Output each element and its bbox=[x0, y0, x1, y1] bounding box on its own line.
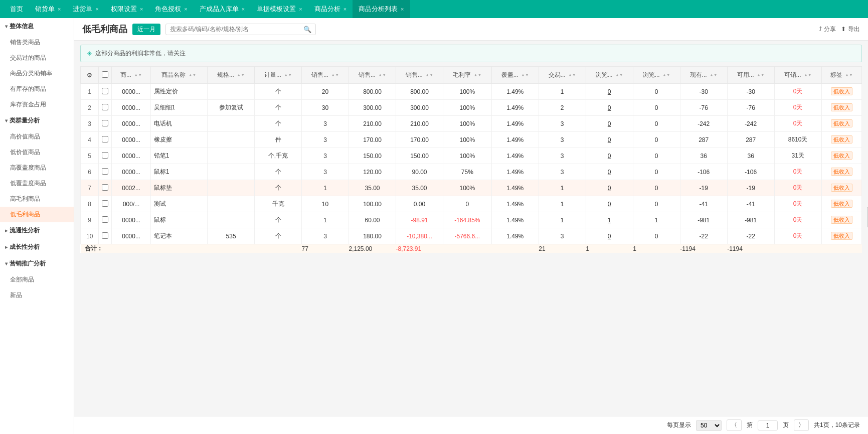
row-select-checkbox[interactable] bbox=[102, 104, 108, 110]
row-checkbox[interactable] bbox=[99, 212, 112, 228]
search-input[interactable] bbox=[170, 26, 303, 33]
sidebar-section-overall[interactable]: ▾ 整体信息 bbox=[0, 18, 74, 35]
sidebar-item-low-coverage[interactable]: 低覆盖度商品 bbox=[0, 176, 74, 191]
row-browse1[interactable]: 0 bbox=[586, 116, 633, 132]
row-select-checkbox[interactable] bbox=[102, 152, 108, 159]
row-select-checkbox[interactable] bbox=[102, 184, 108, 191]
select-all-checkbox[interactable] bbox=[102, 71, 108, 78]
row-select-checkbox[interactable] bbox=[102, 88, 108, 94]
nav-permission-close[interactable]: × bbox=[140, 6, 143, 12]
next-page-button[interactable]: 〉 bbox=[794, 419, 809, 431]
row-checkbox[interactable] bbox=[99, 148, 112, 164]
col-current-stock[interactable]: 现有... ▲▼ bbox=[680, 67, 727, 84]
row-browse1[interactable]: 0 bbox=[586, 180, 633, 196]
nav-role-close[interactable]: × bbox=[184, 6, 187, 12]
row-browse1[interactable]: 0 bbox=[586, 132, 633, 148]
row-checkbox[interactable] bbox=[99, 100, 112, 116]
col-sale-qty[interactable]: 销售... ▲▼ bbox=[302, 67, 349, 84]
sidebar-item-high-coverage[interactable]: 高覆盖度商品 bbox=[0, 160, 74, 176]
row-checkbox[interactable] bbox=[99, 180, 112, 196]
date-filter-button[interactable]: 近一月 bbox=[132, 24, 160, 35]
row-browse1[interactable]: 1 bbox=[586, 212, 633, 228]
row-browse1[interactable]: 0 bbox=[586, 148, 633, 164]
row-browse1[interactable]: 0 bbox=[586, 84, 633, 100]
sidebar-section-marketing[interactable]: ▾ 营销推广分析 bbox=[0, 255, 74, 272]
sidebar-item-all-goods[interactable]: 全部商品 bbox=[0, 272, 74, 287]
col-code[interactable]: 商... ▲▼ bbox=[112, 67, 150, 84]
nav-goods-analysis-list[interactable]: 商品分析列表 × bbox=[353, 0, 410, 18]
nav-product-entry-close[interactable]: × bbox=[242, 6, 245, 12]
nav-role[interactable]: 角色授权 × bbox=[149, 0, 193, 18]
row-browse2: 0 bbox=[633, 100, 680, 116]
page-input[interactable] bbox=[758, 420, 778, 430]
sidebar-item-category-sales-rate[interactable]: 商品分类助销率 bbox=[0, 66, 74, 81]
row-select-checkbox[interactable] bbox=[102, 136, 108, 142]
sidebar-item-stock-funds[interactable]: 库存资金占用 bbox=[0, 97, 74, 112]
row-browse1[interactable]: 0 bbox=[586, 164, 633, 180]
row-select-checkbox[interactable] bbox=[102, 232, 108, 239]
col-checkbox-all[interactable] bbox=[99, 67, 112, 84]
nav-goods-analysis-close[interactable]: × bbox=[343, 6, 346, 12]
col-available[interactable]: 可用... ▲▼ bbox=[727, 67, 774, 84]
col-browse1[interactable]: 浏览... ▲▼ bbox=[586, 67, 633, 84]
prev-page-button[interactable]: 〈 bbox=[727, 419, 742, 431]
row-select-checkbox[interactable] bbox=[102, 120, 108, 126]
sidebar-item-high-margin[interactable]: 高毛利商品 bbox=[0, 191, 74, 207]
col-coverage[interactable]: 覆盖... ▲▼ bbox=[491, 67, 539, 84]
col-transaction[interactable]: 交易... ▲▼ bbox=[539, 67, 586, 84]
nav-template-close[interactable]: × bbox=[299, 6, 302, 12]
row-browse1[interactable]: 0 bbox=[586, 228, 633, 244]
row-checkbox[interactable] bbox=[99, 116, 112, 132]
export-button[interactable]: ⬆ 导出 bbox=[841, 25, 860, 34]
nav-goods-analysis-list-close[interactable]: × bbox=[401, 6, 404, 12]
sidebar-item-low-value[interactable]: 低价值商品 bbox=[0, 144, 74, 160]
row-select-checkbox[interactable] bbox=[102, 216, 108, 223]
row-browse1[interactable]: 0 bbox=[586, 196, 633, 212]
nav-sales[interactable]: 销货单 × bbox=[29, 0, 67, 18]
col-settings[interactable]: ⚙ bbox=[81, 67, 99, 84]
row-transaction: 1 bbox=[539, 84, 586, 100]
col-browse2[interactable]: 浏览... ▲▼ bbox=[633, 67, 680, 84]
share-button[interactable]: ⤴ 分享 bbox=[819, 25, 836, 34]
row-unit: 个 bbox=[255, 100, 302, 116]
sort-icon-current-stock: ▲▼ bbox=[710, 73, 718, 77]
col-spec[interactable]: 规格... ▲▼ bbox=[208, 67, 255, 84]
row-select-checkbox[interactable] bbox=[102, 168, 108, 175]
sidebar-item-new-goods[interactable]: 新品 bbox=[0, 287, 74, 303]
nav-template[interactable]: 单据模板设置 × bbox=[251, 0, 308, 18]
row-browse1[interactable]: 0 bbox=[586, 100, 633, 116]
sidebar-section-liquidity[interactable]: ▸ 流通性分析 bbox=[0, 222, 74, 239]
col-saleable[interactable]: 可销... ▲▼ bbox=[774, 67, 821, 84]
sidebar-item-traded-goods[interactable]: 交易过的商品 bbox=[0, 50, 74, 66]
nav-product-entry[interactable]: 产成品入库单 × bbox=[194, 0, 251, 18]
nav-sales-close[interactable]: × bbox=[58, 6, 61, 12]
nav-purchase[interactable]: 进货单 × bbox=[67, 0, 104, 18]
tag-badge: 低收入 bbox=[831, 168, 852, 176]
nav-purchase-close[interactable]: × bbox=[95, 6, 98, 12]
per-page-select[interactable]: 50 100 200 bbox=[696, 420, 722, 431]
row-checkbox[interactable] bbox=[99, 164, 112, 180]
col-sale-profit[interactable]: 销售... ▲▼ bbox=[396, 67, 443, 84]
col-gross-margin[interactable]: 毛利率 ▲▼ bbox=[443, 67, 491, 84]
sidebar-section-group-analysis[interactable]: ▾ 类群量分析 bbox=[0, 112, 74, 129]
row-checkbox[interactable] bbox=[99, 84, 112, 100]
sidebar-item-high-value[interactable]: 高价值商品 bbox=[0, 129, 74, 144]
sidebar-item-low-margin[interactable]: 低毛利商品 bbox=[0, 207, 74, 222]
row-checkbox[interactable] bbox=[99, 228, 112, 244]
sidebar-section-growth[interactable]: ▸ 成长性分析 bbox=[0, 239, 74, 255]
row-available: -106 bbox=[727, 164, 774, 180]
nav-permission[interactable]: 权限设置 × bbox=[105, 0, 149, 18]
row-checkbox[interactable] bbox=[99, 132, 112, 148]
col-unit[interactable]: 计量... ▲▼ bbox=[255, 67, 302, 84]
row-select-checkbox[interactable] bbox=[102, 200, 108, 207]
col-name[interactable]: 商品名称 ▲▼ bbox=[150, 67, 207, 84]
search-box[interactable]: 🔍 bbox=[165, 24, 316, 35]
row-checkbox[interactable] bbox=[99, 196, 112, 212]
col-tag[interactable]: 标签 ▲▼ bbox=[821, 67, 861, 84]
nav-home[interactable]: 首页 bbox=[4, 0, 29, 18]
sidebar-item-sales-goods[interactable]: 销售类商品 bbox=[0, 35, 74, 50]
col-sale-amount[interactable]: 销售... ▲▼ bbox=[349, 67, 396, 84]
row-coverage: 1.49% bbox=[491, 180, 539, 196]
sidebar-item-stocked-goods[interactable]: 有库存的商品 bbox=[0, 81, 74, 97]
nav-goods-analysis[interactable]: 商品分析 × bbox=[308, 0, 353, 18]
